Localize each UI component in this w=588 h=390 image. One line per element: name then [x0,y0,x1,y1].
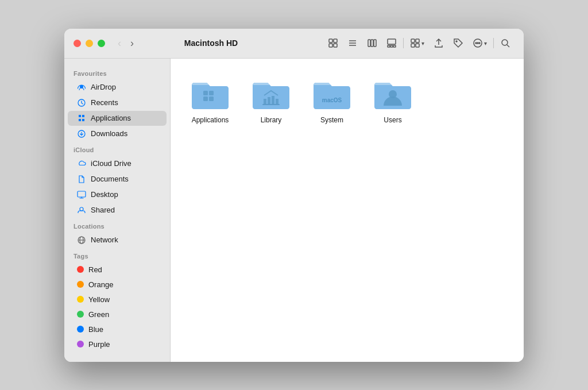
svg-rect-8 [371,40,373,47]
svg-rect-13 [393,45,396,47]
blue-tag-label: Blue [88,325,103,334]
svg-rect-32 [203,91,208,95]
tag-icon [453,38,463,48]
users-file-label: Users [384,116,401,125]
svg-rect-9 [374,40,376,47]
more-chevron: ▾ [484,40,487,47]
svg-rect-33 [209,91,214,95]
search-button[interactable] [496,36,514,51]
library-file-label: Library [261,116,282,125]
sidebar-item-recents[interactable]: Recents [68,95,167,110]
columns-view-button[interactable] [363,36,381,51]
svg-rect-15 [416,39,419,43]
more-icon [473,38,483,48]
desktop-label: Desktop [91,190,118,199]
svg-point-20 [475,43,477,44]
file-item-library[interactable]: Library [245,72,297,130]
svg-rect-16 [411,44,415,47]
sidebar-item-yellow[interactable]: Yellow [68,292,167,307]
purple-tag-label: Purple [88,340,110,349]
svg-rect-7 [368,40,370,47]
sidebar-item-orange[interactable]: Orange [68,277,167,292]
search-icon [500,38,510,48]
blue-tag-dot [77,326,84,333]
airdrop-label: AirDrop [91,83,116,91]
divider-1 [403,38,404,48]
close-button[interactable] [74,40,81,47]
sidebar-item-network[interactable]: Network [68,233,167,248]
share-button[interactable] [430,36,448,51]
svg-rect-39 [276,99,278,105]
grid-view-icon [328,38,338,48]
recents-label: Recents [91,98,118,107]
file-area: Applications [171,59,524,362]
svg-line-24 [507,45,509,47]
purple-tag-dot [77,341,84,347]
tag-button[interactable] [449,36,467,51]
sidebar-item-purple[interactable]: Purple [68,337,167,352]
gallery-view-icon [386,38,397,48]
svg-rect-35 [209,96,214,101]
shared-label: Shared [91,206,115,214]
sidebar: Favourites AirDrop [64,59,171,362]
sidebar-item-desktop[interactable]: Desktop [68,187,167,202]
yellow-tag-dot [77,296,84,303]
svg-rect-14 [411,39,415,43]
sidebar-item-documents[interactable]: Documents [68,172,167,187]
divider-2 [493,38,494,48]
gallery-view-button[interactable] [382,36,401,51]
downloads-icon [77,129,86,138]
yellow-tag-label: Yellow [88,295,110,304]
file-item-applications[interactable]: Applications [184,72,236,130]
sidebar-item-airdrop[interactable]: AirDrop [68,80,167,95]
downloads-label: Downloads [91,129,127,138]
svg-rect-36 [264,99,266,105]
window-title: Macintosh HD [98,38,324,48]
minimize-button[interactable] [86,40,93,47]
grid-view-button[interactable] [324,36,342,51]
svg-rect-3 [334,44,337,47]
arrange-icon [410,38,420,48]
sidebar-item-icloud-drive[interactable]: iCloud Drive [68,156,167,171]
svg-rect-11 [388,45,390,47]
svg-rect-37 [268,97,270,105]
network-label: Network [91,235,118,244]
titlebar: ‹ › Macintosh HD [64,29,524,59]
applications-label: Applications [91,114,131,122]
locations-label: Locations [64,218,170,232]
documents-icon [77,175,86,184]
green-tag-dot [77,311,84,318]
content-area: Favourites AirDrop [64,59,524,362]
svg-point-21 [477,43,478,44]
list-view-button[interactable] [343,36,362,51]
applications-icon [77,114,86,123]
svg-point-28 [80,207,83,211]
file-item-system[interactable]: macOS System [306,72,358,130]
documents-label: Documents [91,175,129,183]
sidebar-item-blue[interactable]: Blue [68,322,167,337]
green-tag-label: Green [88,310,109,319]
more-button[interactable]: ▾ [469,36,491,51]
arrange-chevron: ▾ [421,40,424,47]
file-item-users[interactable]: Users [367,72,419,130]
sidebar-item-downloads[interactable]: Downloads [68,126,167,141]
orange-tag-dot [77,281,84,288]
sidebar-item-applications[interactable]: Applications [68,111,167,126]
system-folder-icon: macOS [311,77,353,111]
svg-rect-0 [329,39,332,43]
svg-rect-10 [388,39,396,44]
applications-file-label: Applications [192,116,229,125]
arrange-button[interactable]: ▾ [406,36,428,51]
svg-rect-38 [272,96,274,105]
icon-grid: Applications [184,72,510,130]
sidebar-item-shared[interactable]: Shared [68,203,167,218]
icloud-drive-icon [77,159,86,168]
svg-rect-17 [416,44,419,47]
sidebar-item-green[interactable]: Green [68,307,167,322]
red-tag-dot [77,266,84,273]
svg-text:macOS: macOS [322,97,342,103]
network-icon [77,235,86,245]
icloud-label: iCloud [64,142,170,156]
sidebar-item-red[interactable]: Red [68,262,167,277]
svg-rect-27 [78,191,86,197]
